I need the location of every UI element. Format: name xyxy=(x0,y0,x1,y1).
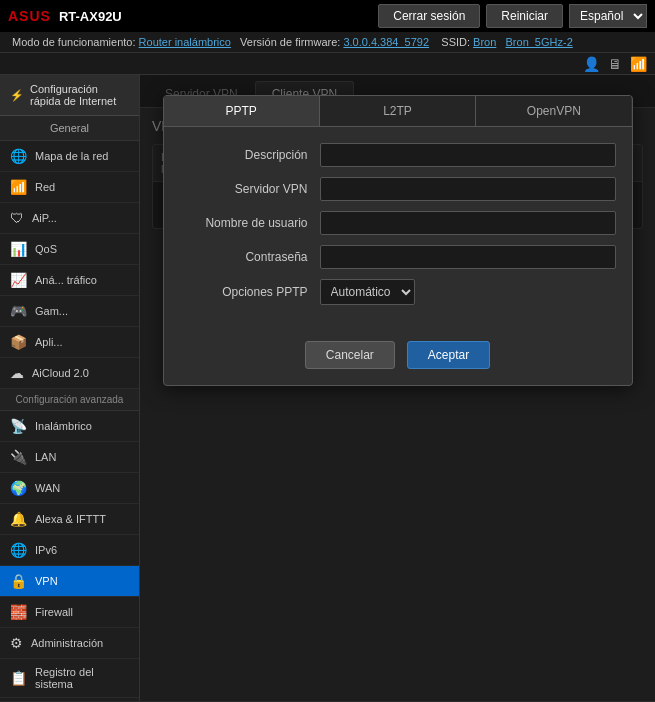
label-opciones-pptp: Opciones PPTP xyxy=(180,285,320,299)
inalambrico-icon: 📡 xyxy=(10,418,27,434)
sidebar-item-qos[interactable]: 📊 QoS xyxy=(0,234,139,265)
alexa-icon: 🔔 xyxy=(10,511,27,527)
sidebar-quick-internet[interactable]: ⚡ Configuración rápida de Internet xyxy=(0,75,139,116)
modal-footer: Cancelar Aceptar xyxy=(164,331,632,385)
asus-logo: ASUS xyxy=(8,8,51,24)
sidebar-label-administracion: Administración xyxy=(31,637,103,649)
sidebar-label-inalambrico: Inalámbrico xyxy=(35,420,92,432)
label-contrasena: Contraseña xyxy=(180,250,320,264)
modal-body: Descripción Servidor VPN Nombre de usuar… xyxy=(164,127,632,331)
sidebar-item-mapa-red[interactable]: 🌐 Mapa de la red xyxy=(0,141,139,172)
sidebar-label-trafico: Aná... tráfico xyxy=(35,274,97,286)
aiprotection-icon: 🛡 xyxy=(10,210,24,226)
modal-tab-openvpn[interactable]: OpenVPN xyxy=(476,96,631,126)
administracion-icon: ⚙ xyxy=(10,635,23,651)
ssid-2g[interactable]: Bron xyxy=(473,36,496,48)
wifi-icon[interactable]: 📶 xyxy=(630,56,647,72)
icons-row: 👤 🖥 📶 xyxy=(0,53,655,75)
sidebar-label-aicloud: AiCloud 2.0 xyxy=(32,367,89,379)
sidebar-item-aplicaciones[interactable]: 📦 Apli... xyxy=(0,327,139,358)
sidebar-label-aiprotection: AiP... xyxy=(32,212,57,224)
gaming-icon: 🎮 xyxy=(10,303,27,319)
form-row-servidor-vpn: Servidor VPN xyxy=(180,177,616,201)
input-contrasena[interactable] xyxy=(320,245,616,269)
quick-internet-icon: ⚡ xyxy=(10,89,24,102)
sidebar-item-gaming[interactable]: 🎮 Gam... xyxy=(0,296,139,327)
sidebar-item-vpn[interactable]: 🔒 VPN xyxy=(0,566,139,597)
aicloud-icon: ☁ xyxy=(10,365,24,381)
sidebar-item-firewall[interactable]: 🧱 Firewall xyxy=(0,597,139,628)
modal-tab-bar: PPTP L2TP OpenVPN xyxy=(164,96,632,127)
sidebar-section-general: General xyxy=(0,116,139,141)
form-row-descripcion: Descripción xyxy=(180,143,616,167)
mode-value[interactable]: Router inalámbrico xyxy=(139,36,231,48)
sidebar-adv-section: Configuración avanzada xyxy=(0,389,139,411)
form-row-nombre-usuario: Nombre de usuario xyxy=(180,211,616,235)
form-row-contrasena: Contraseña xyxy=(180,245,616,269)
mapa-red-icon: 🌐 xyxy=(10,148,27,164)
sidebar-item-alexa[interactable]: 🔔 Alexa & IFTTT xyxy=(0,504,139,535)
input-descripcion[interactable] xyxy=(320,143,616,167)
aplicaciones-icon: 📦 xyxy=(10,334,27,350)
sidebar-item-lan[interactable]: 🔌 LAN xyxy=(0,442,139,473)
modal-tab-pptp[interactable]: PPTP xyxy=(164,96,320,126)
sidebar: ⚡ Configuración rápida de Internet Gener… xyxy=(0,75,140,701)
qos-icon: 📊 xyxy=(10,241,27,257)
mode-label: Modo de funcionamiento: xyxy=(12,36,136,48)
sidebar-label-ipv6: IPv6 xyxy=(35,544,57,556)
input-nombre-usuario[interactable] xyxy=(320,211,616,235)
ipv6-icon: 🌐 xyxy=(10,542,27,558)
restart-button[interactable]: Reiniciar xyxy=(486,4,563,28)
sidebar-label-red: Red xyxy=(35,181,55,193)
sidebar-item-aicloud[interactable]: ☁ AiCloud 2.0 xyxy=(0,358,139,389)
modal-dialog: PPTP L2TP OpenVPN Descripción Servidor V… xyxy=(163,95,633,386)
sidebar-item-trafico[interactable]: 📈 Aná... tráfico xyxy=(0,265,139,296)
sidebar-label-alexa: Alexa & IFTTT xyxy=(35,513,106,525)
sidebar-item-wan[interactable]: 🌍 WAN xyxy=(0,473,139,504)
sidebar-label-registro: Registro del sistema xyxy=(35,666,129,690)
registro-icon: 📋 xyxy=(10,670,27,686)
vpn-icon: 🔒 xyxy=(10,573,27,589)
status-bar: Modo de funcionamiento: Router inalámbri… xyxy=(0,32,655,53)
sidebar-item-herramientas[interactable]: 🔧 Herramientas de red xyxy=(0,698,139,701)
sidebar-item-aiprotection[interactable]: 🛡 AiP... xyxy=(0,203,139,234)
sidebar-label-firewall: Firewall xyxy=(35,606,73,618)
main-layout: ⚡ Configuración rápida de Internet Gener… xyxy=(0,75,655,701)
label-descripcion: Descripción xyxy=(180,148,320,162)
input-servidor-vpn[interactable] xyxy=(320,177,616,201)
modal-overlay: PPTP L2TP OpenVPN Descripción Servidor V… xyxy=(140,75,655,701)
sidebar-item-inalambrico[interactable]: 📡 Inalámbrico xyxy=(0,411,139,442)
top-bar: ASUS RT-AX92U Cerrar sesión Reiniciar Es… xyxy=(0,0,655,32)
sidebar-label-mapa-red: Mapa de la red xyxy=(35,150,108,162)
select-opciones-pptp[interactable]: Automático MPPE 128 MPPE 40 Sin MPPE xyxy=(320,279,415,305)
firmware-value[interactable]: 3.0.0.4.384_5792 xyxy=(343,36,429,48)
language-selector[interactable]: Español English xyxy=(569,4,647,28)
sidebar-label-lan: LAN xyxy=(35,451,56,463)
sidebar-label-qos: QoS xyxy=(35,243,57,255)
sidebar-label-vpn: VPN xyxy=(35,575,58,587)
firmware-label: Versión de firmware: xyxy=(240,36,340,48)
trafico-icon: 📈 xyxy=(10,272,27,288)
sidebar-item-ipv6[interactable]: 🌐 IPv6 xyxy=(0,535,139,566)
model-name: RT-AX92U xyxy=(59,9,378,24)
firewall-icon: 🧱 xyxy=(10,604,27,620)
ssid-label: SSID: xyxy=(441,36,470,48)
sidebar-item-red[interactable]: 📶 Red xyxy=(0,172,139,203)
ssid-5g[interactable]: Bron_5GHz-2 xyxy=(506,36,573,48)
sidebar-label-aplicaciones: Apli... xyxy=(35,336,63,348)
monitor-icon[interactable]: 🖥 xyxy=(608,56,622,72)
content-area: Servidor VPN Cliente VPN VPN - Cliente V… xyxy=(140,75,655,701)
modal-tab-l2tp[interactable]: L2TP xyxy=(320,96,476,126)
lan-icon: 🔌 xyxy=(10,449,27,465)
logout-button[interactable]: Cerrar sesión xyxy=(378,4,480,28)
accept-button[interactable]: Aceptar xyxy=(407,341,490,369)
quick-internet-label: Configuración rápida de Internet xyxy=(30,83,129,107)
sidebar-label-wan: WAN xyxy=(35,482,60,494)
sidebar-item-administracion[interactable]: ⚙ Administración xyxy=(0,628,139,659)
label-nombre-usuario: Nombre de usuario xyxy=(180,216,320,230)
label-servidor-vpn: Servidor VPN xyxy=(180,182,320,196)
user-icon[interactable]: 👤 xyxy=(583,56,600,72)
cancel-button[interactable]: Cancelar xyxy=(305,341,395,369)
sidebar-item-registro[interactable]: 📋 Registro del sistema xyxy=(0,659,139,698)
form-row-opciones-pptp: Opciones PPTP Automático MPPE 128 MPPE 4… xyxy=(180,279,616,305)
